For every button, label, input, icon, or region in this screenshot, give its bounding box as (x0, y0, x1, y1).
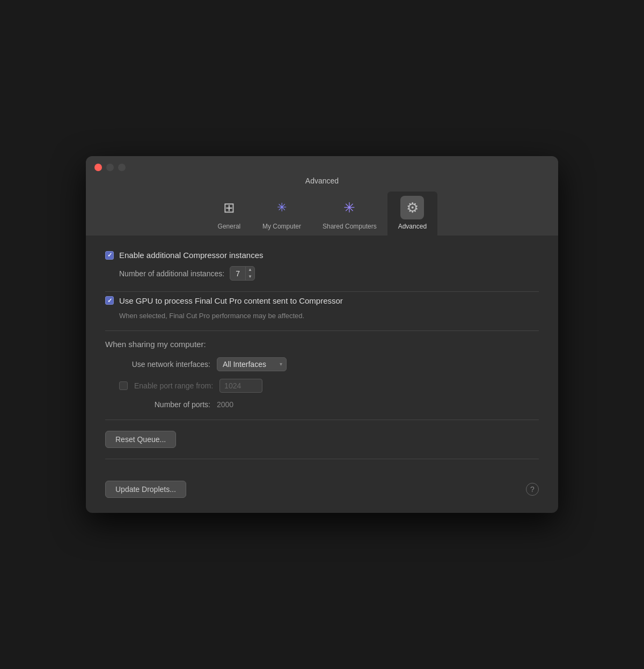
compressor-checkbox[interactable] (105, 251, 114, 260)
gpu-section: Use GPU to process Final Cut Pro content… (105, 296, 539, 331)
close-button[interactable] (94, 164, 102, 171)
computer-icon: ✳ (277, 201, 287, 215)
gpu-checkbox-label: Use GPU to process Final Cut Pro content… (119, 296, 343, 305)
gpu-checkbox-row: Use GPU to process Final Cut Pro content… (105, 296, 539, 305)
stepper-arrows: ▲ ▼ (245, 267, 254, 280)
tab-shared-computers[interactable]: ✳ Shared Computers (312, 192, 387, 236)
port-range-label: Enable port range from: (134, 381, 213, 390)
reset-queue-button[interactable]: Reset Queue... (105, 431, 176, 448)
divider-1 (105, 420, 539, 420)
traffic-lights (94, 164, 126, 171)
general-tab-label: General (218, 223, 241, 230)
question-mark-icon: ? (530, 485, 535, 494)
compressor-checkbox-row: Enable additional Compressor instances (105, 251, 539, 260)
num-ports-row: Number of ports: 2000 (119, 400, 539, 409)
gpu-hint-text: When selected, Final Cut Pro performance… (119, 312, 539, 320)
help-button[interactable]: ? (526, 483, 539, 496)
network-interfaces-dropdown[interactable]: All Interfaces (217, 357, 287, 371)
shared-computers-tab-label: Shared Computers (323, 223, 377, 230)
stepper-down-arrow[interactable]: ▼ (246, 274, 254, 280)
my-computer-tab-label: My Computer (262, 223, 301, 230)
reset-queue-row: Reset Queue... (105, 431, 539, 448)
instances-row: Number of additional instances: 7 ▲ ▼ (119, 266, 539, 281)
computer-tab-icon-bg: ✳ (270, 196, 294, 219)
update-droplets-button[interactable]: Update Droplets... (105, 481, 186, 498)
toolbar: ⊞ General ✳ My Computer ✳ Shared Compute… (207, 192, 437, 236)
content-area: Enable additional Compressor instances N… (86, 236, 558, 513)
tab-advanced[interactable]: ⚙ Advanced (387, 192, 437, 236)
general-icon: ⊞ (223, 200, 235, 216)
num-ports-value: 2000 (217, 400, 233, 409)
network-interfaces-row: Use network interfaces: All Interfaces ▾ (119, 357, 539, 371)
main-window: Advanced ⊞ General ✳ My Computer ✳ (86, 156, 558, 513)
bottom-section: Update Droplets... ? (105, 470, 539, 498)
sharing-title: When sharing my computer: (105, 340, 539, 349)
tab-general[interactable]: ⊞ General (207, 192, 252, 236)
general-tab-icon-bg: ⊞ (217, 196, 241, 219)
minimize-button[interactable] (106, 164, 114, 171)
network-interfaces-label: Use network interfaces: (119, 360, 210, 369)
divider-2 (105, 459, 539, 459)
port-range-checkbox[interactable] (119, 381, 128, 390)
tab-my-computer[interactable]: ✳ My Computer (252, 192, 312, 236)
network-interfaces-dropdown-wrapper: All Interfaces ▾ (217, 357, 287, 371)
titlebar: Advanced ⊞ General ✳ My Computer ✳ (86, 156, 558, 236)
stepper-up-arrow[interactable]: ▲ (246, 267, 254, 273)
port-range-row: Enable port range from: (119, 379, 539, 393)
advanced-tab-label: Advanced (398, 223, 427, 230)
port-range-input[interactable] (219, 379, 262, 393)
advanced-tab-icon-bg: ⚙ (400, 196, 424, 219)
gear-icon: ⚙ (406, 200, 419, 216)
instances-stepper[interactable]: 7 ▲ ▼ (230, 266, 255, 281)
maximize-button[interactable] (118, 164, 126, 171)
compressor-checkbox-label: Enable additional Compressor instances (119, 251, 263, 260)
shared-tab-icon-bg: ✳ (338, 196, 361, 219)
window-title: Advanced (305, 177, 339, 185)
shared-icon: ✳ (343, 200, 355, 216)
instances-label: Number of additional instances: (119, 269, 224, 278)
compressor-section: Enable additional Compressor instances N… (105, 251, 539, 292)
instances-value: 7 (230, 268, 245, 279)
sharing-section: When sharing my computer: Use network in… (105, 340, 539, 409)
num-ports-label: Number of ports: (119, 400, 210, 409)
gpu-checkbox[interactable] (105, 296, 114, 305)
